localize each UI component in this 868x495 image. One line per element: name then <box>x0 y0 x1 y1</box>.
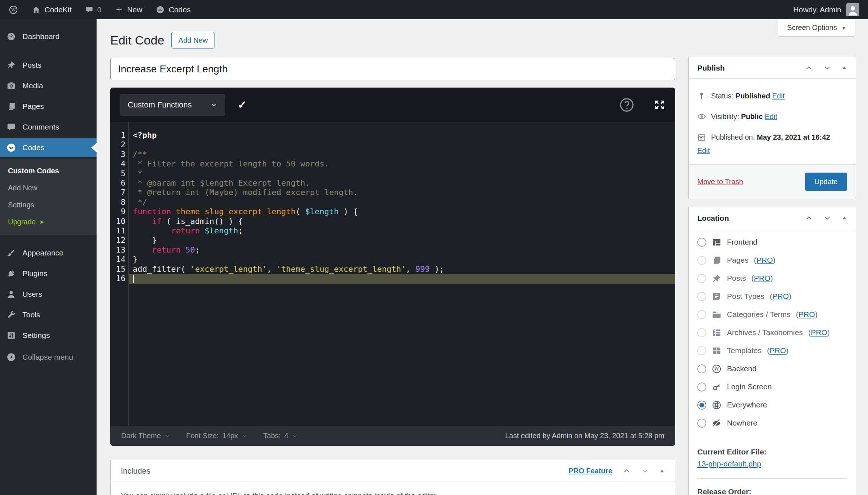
location-panel: Location FrontendPages(PRO)Posts(PRO)Pos… <box>688 207 856 495</box>
code-line-1: 1<?php <box>110 131 675 140</box>
radio-button[interactable] <box>697 238 706 247</box>
edit-link[interactable]: Edit <box>765 113 777 120</box>
submenu-item-label: Settings <box>8 201 34 209</box>
upgrade-arrow-icon: ➤ <box>39 219 44 225</box>
sidebar-item-plugins[interactable]: Plugins <box>0 264 97 283</box>
theme-select[interactable]: Dark Theme <box>121 432 170 440</box>
radio-button[interactable] <box>697 401 706 410</box>
line-number: 14 <box>110 255 128 264</box>
radio-button[interactable] <box>697 346 706 355</box>
sidebar-item-media[interactable]: Media <box>0 76 97 95</box>
radio-button[interactable] <box>697 274 706 283</box>
pro-link[interactable]: PRO <box>799 310 815 318</box>
order-up-icon[interactable] <box>622 467 631 475</box>
submenu-item-custom-codes[interactable]: Custom Codes <box>0 162 97 179</box>
edit-link[interactable]: Edit <box>697 147 710 155</box>
publish-row-1: Status: Published Edit <box>697 90 847 101</box>
help-icon[interactable] <box>619 97 635 113</box>
screen-options-button[interactable]: Screen Options ▼ <box>778 19 855 37</box>
update-button[interactable]: Update <box>805 173 847 191</box>
calendar-icon <box>697 133 706 141</box>
sidebar-item-settings-main[interactable]: Settings <box>0 326 97 345</box>
fullscreen-icon[interactable] <box>654 99 666 111</box>
comments-shortcut[interactable]: 0 <box>85 5 102 14</box>
submenu-item-settings[interactable]: Settings <box>0 196 97 213</box>
new-content-menu[interactable]: New <box>115 5 142 14</box>
tabs-select[interactable]: Tabs: 4 <box>263 432 298 440</box>
sidebar-item-tools[interactable]: Tools <box>0 305 97 324</box>
active-item-arrow <box>91 143 97 152</box>
order-down-icon[interactable] <box>823 64 831 72</box>
wordpress-admin-page: W CodeKit 0 New <> Codes Howdy, Admin Da… <box>0 0 868 495</box>
pro-link[interactable]: PRO <box>757 256 773 264</box>
codes-label: Codes <box>169 5 191 14</box>
pro-link[interactable]: PRO <box>773 292 789 300</box>
pro-link[interactable]: PRO <box>811 328 827 337</box>
pages-icon <box>712 255 722 265</box>
radio-button[interactable] <box>697 256 706 265</box>
collapse-menu-button[interactable]: Collapse menu <box>0 348 97 367</box>
release-order-label: Release Order: <box>697 487 847 495</box>
collapse-panel-icon[interactable] <box>842 65 847 71</box>
location-option-label: Backend <box>727 364 757 373</box>
code-line-13: 13 return 50; <box>110 245 675 255</box>
collapse-panel-icon[interactable] <box>842 215 847 221</box>
includes-panel: Includes PRO Feature You can simply incl… <box>110 460 675 495</box>
radio-button[interactable] <box>697 419 706 428</box>
pro-badge: (PRO) <box>754 256 776 265</box>
sidebar-item-comments[interactable]: Comments <box>0 118 97 136</box>
comment-icon <box>85 6 93 14</box>
collapse-icon <box>7 352 16 362</box>
snippet-title-input[interactable] <box>110 58 675 80</box>
move-to-trash-link[interactable]: Move to Trash <box>697 178 743 186</box>
sidebar-item-label: Users <box>22 290 42 299</box>
font-size-select[interactable]: Font Size: 14px <box>186 432 247 440</box>
submenu-item-label: Custom Codes <box>8 167 59 175</box>
location-option-label: Everywhere <box>727 401 767 409</box>
submenu-item-upgrade[interactable]: Upgrade➤ <box>0 213 97 230</box>
eye-icon <box>697 112 706 121</box>
radio-button[interactable] <box>697 310 706 319</box>
appearance-icon <box>7 248 16 258</box>
sidebar-item-dashboard[interactable]: Dashboard <box>0 27 97 46</box>
code-line-text: add_filter( 'excerpt_length', 'theme_slu… <box>128 265 675 274</box>
howdy-text: Howdy, Admin <box>793 5 841 14</box>
submenu-item-add-new[interactable]: Add New <box>0 179 97 196</box>
codes-shortcut[interactable]: <> Codes <box>156 5 191 14</box>
add-new-button[interactable]: Add New <box>171 32 214 48</box>
sidebar-item-posts[interactable]: Posts <box>0 56 97 75</box>
screen-options-caret-icon: ▼ <box>841 25 846 31</box>
divider <box>697 438 847 438</box>
order-up-icon[interactable] <box>805 214 813 222</box>
order-down-icon[interactable] <box>823 214 831 222</box>
pro-link[interactable]: PRO <box>754 274 771 282</box>
radio-button[interactable] <box>697 382 706 392</box>
sidebar-item-pages[interactable]: Pages <box>0 97 97 116</box>
line-number: 7 <box>110 188 128 197</box>
line-number: 11 <box>110 226 128 236</box>
comment-icon <box>7 122 16 132</box>
collapse-panel-icon[interactable] <box>659 468 665 474</box>
account-menu[interactable]: Howdy, Admin <box>793 3 859 16</box>
radio-button[interactable] <box>697 364 706 373</box>
radio-button[interactable] <box>697 328 706 337</box>
sidebar-item-codes[interactable]: <>Codes <box>0 138 97 157</box>
code-line-6: 6 * @param int $length Excerpt length. <box>110 178 675 188</box>
order-up-icon[interactable] <box>805 64 813 72</box>
pro-feature-link[interactable]: PRO Feature <box>569 467 612 475</box>
publish-title: Publish <box>697 64 725 72</box>
sidebar-item-label: Dashboard <box>22 32 60 41</box>
edit-link[interactable]: Edit <box>772 92 784 100</box>
current-editor-file-link[interactable]: 13-php-default.php <box>697 460 761 468</box>
pro-link[interactable]: PRO <box>770 346 786 355</box>
code-line-text: * @return int (Maybe) modified excerpt l… <box>128 188 675 197</box>
language-select[interactable]: Custom Functions <box>120 94 225 116</box>
sidebar-item-users[interactable]: Users <box>0 285 97 304</box>
site-menu[interactable]: CodeKit <box>32 5 72 14</box>
radio-button[interactable] <box>697 292 706 301</box>
wordpress-logo-icon[interactable]: W <box>9 5 18 14</box>
location-panel-header: Location <box>689 207 856 229</box>
order-down-icon[interactable] <box>641 467 649 475</box>
code-editor-area[interactable]: 1<?php23/**4 * Filter the excerpt length… <box>110 122 675 426</box>
sidebar-item-appearance[interactable]: Appearance <box>0 244 97 262</box>
